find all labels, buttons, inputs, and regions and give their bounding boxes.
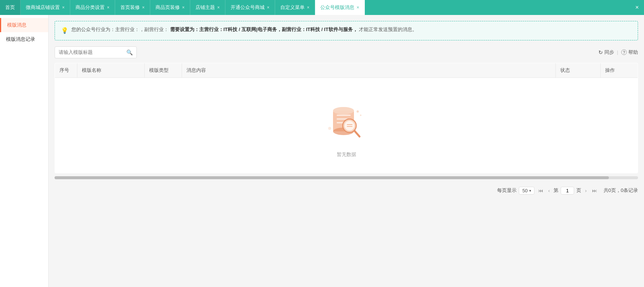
tab-bar: 首页 微商城店铺设置 × 商品分类设置 × 首页装修 × 商品页装修 × 店铺主… [0, 0, 644, 15]
help-label: 帮助 [628, 49, 638, 56]
page-first-btn[interactable]: ⏮ [537, 187, 545, 194]
sync-button[interactable]: ↻ 同步 [598, 49, 614, 56]
banner-suffix: 才能正常发送预置的消息。 [359, 27, 417, 32]
close-tab-product-category[interactable]: × [107, 5, 110, 10]
toolbar-divider: | [617, 49, 618, 55]
close-tab-shop-theme[interactable]: × [217, 5, 220, 10]
bulb-icon: 💡 [61, 26, 68, 36]
sidebar: 模版消息 模版消息记录 [0, 15, 49, 287]
tab-shop-theme[interactable]: 店铺主题 × [190, 0, 225, 15]
tab-custom-menu[interactable]: 自定义菜单 × [275, 0, 315, 15]
search-bar: 🔍 ↻ 同步 | ? 帮助 [55, 46, 638, 58]
search-icon[interactable]: 🔍 [126, 49, 133, 55]
help-button[interactable]: ? 帮助 [621, 49, 638, 56]
table-container: 序号 模版名称 模版类型 消息内容 状态 操作 [55, 63, 638, 173]
page-last-btn[interactable]: ⏭ [591, 187, 598, 194]
close-tab-product-decor[interactable]: × [182, 5, 185, 10]
banner-highlight: 需要设置为：主营行业：IT科技 / 互联网|电子商务，副营行业：IT科技 / I… [170, 27, 358, 32]
toolbar-right: ↻ 同步 | ? 帮助 [598, 49, 638, 56]
page-size-label: 每页显示 [497, 187, 517, 194]
total-info: 共0页，0条记录 [604, 187, 638, 194]
close-tab-wshop-settings[interactable]: × [62, 5, 65, 10]
page-next-btn[interactable]: › [583, 187, 588, 194]
col-action: 操作 [601, 63, 638, 77]
empty-text: 暂无数据 [55, 151, 638, 158]
tab-home-decor[interactable]: 首页装修 × [115, 0, 150, 15]
help-icon: ? [621, 49, 627, 55]
table-header-row: 序号 模版名称 模版类型 消息内容 状态 操作 [55, 63, 638, 77]
scroll-thumb[interactable] [55, 176, 609, 179]
tab-template-msg[interactable]: 公众号模版消息 × [315, 0, 365, 15]
page-size-select[interactable]: 50 ▾ [519, 187, 534, 195]
search-input-wrap: 🔍 [55, 46, 137, 58]
col-name: 模版名称 [77, 63, 145, 77]
info-banner: 💡 您的公众号行业为：主营行业：，副营行业： 需要设置为：主营行业：IT科技 /… [55, 21, 638, 40]
horizontal-scrollbar[interactable] [55, 176, 638, 179]
content-area: 💡 您的公众号行业为：主营行业：，副营行业： 需要设置为：主营行业：IT科技 /… [49, 15, 644, 287]
pagination: 每页显示 50 ▾ ⏮ ‹ 第 页 › ⏭ 共0页，0条记录 [55, 182, 638, 195]
tab-product-decor[interactable]: 商品页装修 × [150, 0, 190, 15]
close-tab-custom-menu[interactable]: × [307, 5, 309, 10]
chevron-down-icon: ▾ [529, 189, 531, 193]
page-input[interactable] [561, 187, 574, 195]
col-type: 模版类型 [145, 63, 182, 77]
tab-product-category[interactable]: 商品分类设置 × [70, 0, 115, 15]
svg-point-13 [360, 115, 361, 116]
close-tab-template-msg[interactable]: × [357, 5, 359, 10]
search-input[interactable] [59, 49, 126, 55]
close-tab-home-decor[interactable]: × [142, 5, 145, 10]
refresh-icon: ↻ [598, 49, 603, 55]
close-all-tabs[interactable]: × [630, 0, 644, 15]
tab-wshop-settings[interactable]: 微商城店铺设置 × [21, 0, 70, 15]
svg-point-9 [345, 121, 354, 131]
empty-illustration [324, 100, 369, 145]
page-prev-btn[interactable]: ‹ [547, 187, 551, 194]
close-tab-open-shop[interactable]: × [267, 5, 269, 10]
page-unit: 页 [576, 187, 581, 194]
banner-prefix: 您的公众号行业为：主营行业：，副营行业： [71, 27, 169, 32]
col-content: 消息内容 [182, 63, 556, 77]
tab-home[interactable]: 首页 [0, 0, 21, 15]
col-status: 状态 [556, 63, 601, 77]
col-index: 序号 [55, 63, 77, 77]
svg-line-7 [354, 130, 360, 137]
main-layout: 模版消息 模版消息记录 💡 您的公众号行业为：主营行业：，副营行业： 需要设置为… [0, 15, 644, 287]
sync-label: 同步 [604, 49, 614, 56]
sidebar-item-template-log[interactable]: 模版消息记录 [0, 32, 48, 46]
svg-point-12 [357, 110, 359, 113]
tab-open-shop[interactable]: 开通公众号商城 × [225, 0, 275, 15]
svg-point-3 [333, 107, 354, 115]
sidebar-item-template-msg[interactable]: 模版消息 [0, 18, 48, 32]
empty-state: 暂无数据 [55, 78, 638, 173]
svg-point-14 [328, 127, 331, 130]
data-table: 序号 模版名称 模版类型 消息内容 状态 操作 [55, 63, 638, 173]
page-size-value: 50 [522, 188, 527, 193]
page-label: 第 [554, 187, 558, 194]
